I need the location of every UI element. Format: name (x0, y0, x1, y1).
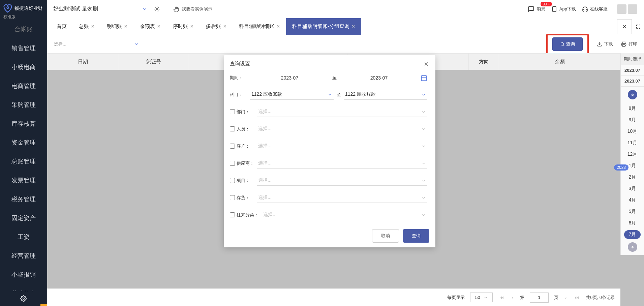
calendar-button[interactable] (421, 74, 427, 81)
project-checkbox-label[interactable]: 项目： (230, 178, 257, 184)
nav-item-gl[interactable]: 总账管理 (0, 152, 47, 171)
tab-aux-group[interactable]: 科目辅助明细账-分组查询✕ (286, 18, 361, 35)
nav-item-basic[interactable]: 基础信息 (0, 284, 47, 291)
tab-journal[interactable]: 序时账✕ (167, 18, 200, 35)
supplier-select[interactable]: 选择... (257, 158, 427, 169)
tab-home[interactable]: 首页 (51, 18, 73, 35)
close-icon[interactable]: ✕ (351, 24, 355, 29)
nav-item-operation[interactable]: 经营管理 (0, 246, 47, 265)
close-icon[interactable]: ✕ (190, 24, 194, 29)
prev-page-button[interactable]: ‹ (511, 295, 515, 300)
person-checkbox-label[interactable]: 人员： (230, 126, 257, 132)
period-month[interactable]: 10月 (621, 126, 644, 137)
modal-close-button[interactable] (423, 61, 429, 67)
customer-select[interactable]: 选择... (257, 141, 427, 151)
online-cs-button[interactable]: 在线客服 (582, 6, 608, 12)
period-month[interactable]: 11月 (621, 137, 644, 149)
person-checkbox[interactable] (230, 126, 235, 131)
nav-item-cut[interactable]: 台帐账 (0, 23, 47, 39)
nav-item-sales[interactable]: 销售管理 (0, 39, 47, 58)
nav-item-expense[interactable]: 小畅报销 (0, 265, 47, 284)
mobile-icon (551, 6, 557, 12)
period-month[interactable]: 6月 (621, 217, 644, 229)
nav-item-cash[interactable]: 资金管理 (0, 133, 47, 152)
close-icon[interactable]: ✕ (157, 24, 161, 29)
customer-checkbox-label[interactable]: 客户： (230, 143, 257, 149)
period-month-active[interactable]: 7月 (624, 230, 641, 239)
nav-item-ecommerce-xc[interactable]: 小畅电商 (0, 58, 47, 76)
scroll-down-button[interactable] (628, 242, 637, 252)
page-size-select[interactable]: 50 (470, 293, 492, 302)
query-button[interactable]: 查询 (552, 37, 583, 51)
account-from-select[interactable]: 1122 应收账款 (250, 89, 334, 100)
close-icon[interactable]: ✕ (124, 24, 128, 29)
page-input[interactable] (530, 293, 549, 303)
tab-aux-detail[interactable]: 科目辅助明细账✕ (233, 18, 286, 35)
dept-checkbox[interactable] (230, 109, 235, 114)
avatar[interactable] (617, 4, 626, 14)
next-page-button[interactable]: › (564, 295, 568, 300)
first-page-button[interactable]: ⏮ (498, 295, 505, 300)
company-name[interactable]: 好业财测试-量勿删 (53, 5, 98, 12)
dept-select[interactable]: 选择... (257, 106, 427, 117)
avatar[interactable] (628, 4, 637, 14)
nav-item-ecommerce[interactable]: 电商管理 (0, 76, 47, 95)
category-checkbox-label[interactable]: 往来分类： (230, 212, 262, 218)
project-checkbox[interactable] (230, 178, 235, 183)
ok-button[interactable]: 查询 (403, 229, 429, 243)
app-download-button[interactable]: App下载 (551, 6, 576, 12)
print-button[interactable]: 打印 (621, 41, 637, 47)
period-month[interactable]: 2月 (621, 172, 644, 183)
person-select[interactable]: 选择... (257, 124, 427, 134)
period-month[interactable]: 12月 (621, 149, 644, 160)
cancel-button[interactable]: 取消 (372, 229, 399, 243)
nav-item-fixed-asset[interactable]: 固定资产 (0, 209, 47, 227)
period-to-input[interactable]: 2023-07 (339, 73, 419, 83)
download-button[interactable]: 下载 (597, 41, 613, 47)
fullscreen-button[interactable] (633, 19, 644, 34)
period-from-input[interactable]: 2023-07 (250, 73, 329, 83)
supplier-checkbox-label[interactable]: 供应商： (230, 160, 257, 166)
nav-item-invoice[interactable]: 发票管理 (0, 171, 47, 190)
close-all-button[interactable] (617, 19, 632, 34)
supplier-checkbox[interactable] (230, 161, 235, 166)
nav-item-tax[interactable]: 税务管理 (0, 190, 47, 209)
message-button[interactable]: 消息 99 + (528, 6, 545, 12)
chevron-down-icon (421, 110, 426, 114)
stock-select[interactable]: 选择... (257, 192, 427, 203)
settings-icon[interactable] (154, 6, 160, 12)
toolbar-select-dropdown[interactable] (134, 41, 139, 47)
nav-item-inventory[interactable]: 库存核算 (0, 114, 47, 133)
category-checkbox[interactable] (230, 212, 235, 217)
demo-link[interactable]: 我要看实例演示 (174, 6, 212, 12)
period-to[interactable]: 2023.07 (621, 76, 644, 87)
scroll-up-button[interactable] (628, 90, 637, 99)
period-month[interactable]: 9月 (621, 114, 644, 126)
close-icon[interactable]: ✕ (223, 24, 227, 29)
tab-balance[interactable]: 余额表✕ (134, 18, 167, 35)
close-icon[interactable]: ✕ (91, 24, 95, 29)
nav-item-purchase[interactable]: 采购管理 (0, 95, 47, 114)
tab-detail[interactable]: 明细账✕ (101, 18, 134, 35)
period-from[interactable]: 2023.07 (621, 65, 644, 76)
period-month[interactable]: 4月 (621, 194, 644, 206)
category-select[interactable]: 选择... (262, 210, 427, 220)
tab-gl[interactable]: 总账✕ (73, 18, 101, 35)
company-dropdown-icon[interactable] (142, 6, 147, 12)
toolbar-select[interactable]: 选择... (54, 41, 66, 47)
customer-checkbox[interactable] (230, 144, 235, 149)
last-page-button[interactable]: ⏭ (573, 295, 580, 300)
dept-checkbox-label[interactable]: 部门： (230, 109, 257, 115)
modal-header: 查询设置 (224, 55, 435, 70)
stock-checkbox-label[interactable]: 存货： (230, 195, 257, 201)
tab-multi[interactable]: 多栏账✕ (200, 18, 233, 35)
nav-item-salary[interactable]: 工资 (0, 227, 47, 246)
settings-gear[interactable] (0, 291, 47, 306)
stock-checkbox[interactable] (230, 195, 235, 200)
period-month[interactable]: 5月 (621, 206, 644, 217)
project-select[interactable]: 选择... (257, 175, 427, 186)
account-to-select[interactable]: 1122 应收账款 (344, 89, 427, 100)
period-month[interactable]: 8月 (621, 103, 644, 114)
close-icon[interactable]: ✕ (276, 24, 280, 29)
period-month[interactable]: 3月 (621, 183, 644, 194)
